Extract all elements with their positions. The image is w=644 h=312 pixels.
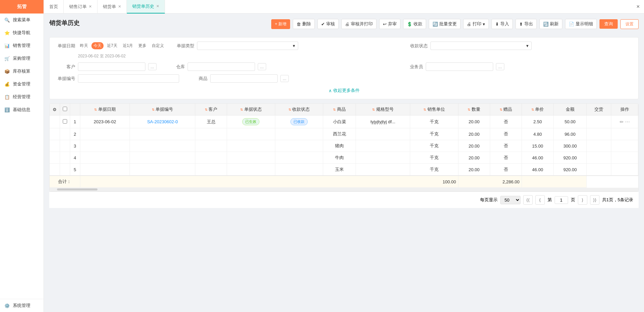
date-btn-custom[interactable]: 自定义 xyxy=(150,42,166,49)
filter-goods-input[interactable] xyxy=(210,74,278,83)
sidebar-item-operations[interactable]: 📋 经营管理 xyxy=(0,90,44,103)
col-qty[interactable]: ⇅ 数量 xyxy=(458,104,490,115)
cell-gift: 否 xyxy=(490,115,522,128)
cell-gift: 否 xyxy=(490,164,522,176)
batch-change-button[interactable]: 🔄 批量变更 xyxy=(429,19,460,29)
filter-warehouse-input[interactable] xyxy=(188,62,255,71)
settings-button[interactable]: 设置 xyxy=(620,19,639,29)
search-icon: 🔍 xyxy=(4,17,10,23)
date-btn-1month[interactable]: 近1月 xyxy=(121,42,135,49)
sidebar-item-sales-mgmt[interactable]: 📊 销售管理 xyxy=(0,39,44,52)
col-payment-status[interactable]: ⇅ 收款状态 xyxy=(275,104,323,115)
tab-close-all[interactable]: ✕ xyxy=(632,4,644,9)
filter-payment-status-select[interactable]: ▾ xyxy=(430,42,532,50)
import-icon: ⬇ xyxy=(495,22,499,27)
import-button[interactable]: ⬇ 导入 xyxy=(492,19,513,29)
tab-sales-delivery[interactable]: 销货单 ✕ xyxy=(97,0,127,14)
tab-home[interactable]: 首页 xyxy=(44,0,64,14)
batch-change-icon: 🔄 xyxy=(432,22,438,27)
page-size-select[interactable]: 50 100 200 xyxy=(500,196,521,204)
edit-action-btn[interactable]: ✏ xyxy=(620,119,624,125)
review-button[interactable]: ✔ 审核 xyxy=(317,19,339,29)
col-doc-no[interactable]: ⇅ 单据编号 xyxy=(130,104,195,115)
cell-doc-no xyxy=(130,128,195,140)
refresh-icon: 🔃 xyxy=(543,22,549,27)
tab-sales-order-close[interactable]: ✕ xyxy=(89,4,92,9)
date-btn-more[interactable]: 更多 xyxy=(136,42,148,49)
manage-icon: 📋 xyxy=(4,94,10,100)
sidebar-item-purchase-mgmt[interactable]: 🛒 采购管理 xyxy=(0,52,44,65)
filter-customer-input[interactable] xyxy=(78,62,145,71)
refresh-button[interactable]: 🔃 刷新 xyxy=(539,19,562,29)
cell-amount: 96.00 xyxy=(554,128,587,140)
delete-button[interactable]: 🗑 删除 xyxy=(293,19,315,29)
page-number-input[interactable] xyxy=(555,196,568,204)
query-button[interactable]: 查询 xyxy=(599,19,618,29)
date-btn-7days[interactable]: 近7天 xyxy=(105,42,119,49)
row-checkbox[interactable] xyxy=(63,119,67,124)
tab-sales-history-close[interactable]: ✕ xyxy=(156,4,159,8)
filter-salesperson-input[interactable] xyxy=(426,62,493,71)
scrollbar-thumb[interactable] xyxy=(57,188,97,190)
tab-sales-delivery-close[interactable]: ✕ xyxy=(118,4,121,9)
cell-settings xyxy=(50,164,60,176)
cell-doc-status: 已生效 xyxy=(227,115,275,128)
sidebar-item-sys-mgmt[interactable]: ⚙️ 系统管理 xyxy=(0,299,44,312)
export-button[interactable]: ⬆ 导出 xyxy=(515,19,537,29)
filter-doc-type-item: 单据类型 ▾ xyxy=(174,42,399,50)
abandon-button[interactable]: ↩ 弃审 xyxy=(379,19,400,29)
sidebar-item-inventory[interactable]: 📦 库存核算 xyxy=(0,65,44,78)
col-unit[interactable]: ⇅ 销售单位 xyxy=(410,104,458,115)
sidebar-item-quick-nav[interactable]: ⭐ 快捷导航 xyxy=(0,26,44,39)
filter-date-label: 单据日期 xyxy=(55,43,75,49)
col-transaction: 交货 xyxy=(587,104,611,115)
cell-goods: 牛肉 xyxy=(323,152,356,164)
filter-docno-input[interactable] xyxy=(78,74,179,83)
next-page-button[interactable]: ⟩ xyxy=(578,195,587,205)
col-goods[interactable]: ⇅ 商品 xyxy=(323,104,356,115)
print-button[interactable]: 🖨 打印 ▾ xyxy=(463,19,489,29)
col-unit-price[interactable]: ⇅ 单价 xyxy=(522,104,554,115)
last-page-button[interactable]: ⟩⟩ xyxy=(590,195,599,205)
page-content: 销货单历史 + 新增 🗑 删除 ✔ 审核 🖨 审核并打印 ↩ 弃审 xyxy=(44,14,644,312)
sidebar-item-search-menu[interactable]: 🔍 搜索菜单 xyxy=(0,14,44,26)
review-print-button[interactable]: 🖨 审核并打印 xyxy=(341,19,376,29)
filter-doc-type-select[interactable]: ▾ xyxy=(197,42,298,50)
new-button[interactable]: + 新增 xyxy=(271,19,290,29)
cell-customer xyxy=(195,164,227,176)
date-btn-today[interactable]: 今天 xyxy=(91,42,104,49)
tab-sales-order[interactable]: 销售订单 ✕ xyxy=(64,0,97,14)
filter-area: 单据日期 昨天 今天 近7天 近1月 更多 自定义 单据类型 ▾ xyxy=(49,37,639,99)
cell-checkbox xyxy=(60,128,70,140)
footer-amount: 2,286.00 xyxy=(458,176,522,188)
warehouse-ellipsis-button[interactable]: ... xyxy=(258,63,266,70)
sidebar-item-label: 库存核算 xyxy=(13,68,30,74)
goods-ellipsis-button[interactable]: ... xyxy=(280,75,289,82)
col-doc-date[interactable]: ⇅ 单据日期 xyxy=(80,104,130,115)
cell-doc-no[interactable]: SA-20230602-0 xyxy=(130,115,195,128)
select-all-checkbox[interactable] xyxy=(63,107,67,111)
col-spec[interactable]: ⇅ 规格型号 xyxy=(356,104,410,115)
col-gift[interactable]: ⇅ 赠品 xyxy=(490,104,522,115)
collect-icon: 💲 xyxy=(407,22,412,27)
cell-qty: 20.00 xyxy=(458,164,490,176)
salesperson-ellipsis-button[interactable]: ... xyxy=(496,63,504,70)
sidebar-item-finance[interactable]: 💰 资金管理 xyxy=(0,78,44,90)
collapse-button[interactable]: ∧ 收起更多条件 xyxy=(55,86,633,95)
tab-sales-history[interactable]: 销货单历史 ✕ xyxy=(127,0,165,14)
customer-ellipsis-button[interactable]: ... xyxy=(148,63,157,70)
prev-page-button[interactable]: ⟨ xyxy=(535,195,545,205)
col-doc-status[interactable]: ⇅ 单据状态 xyxy=(227,104,275,115)
first-page-button[interactable]: ⟨⟨ xyxy=(523,195,533,205)
sidebar-item-base-info[interactable]: ℹ️ 基础信息 xyxy=(0,103,44,116)
more-action-btn[interactable]: ⋯ xyxy=(625,119,630,125)
horizontal-scrollbar[interactable] xyxy=(50,188,638,191)
table-row: 5 玉米 千克 20.00 否 46.00 920.00 xyxy=(50,164,638,176)
col-settings[interactable]: ⚙ xyxy=(50,104,60,115)
col-seq xyxy=(70,104,80,115)
collect-button[interactable]: 💲 收款 xyxy=(403,19,426,29)
cell-transaction xyxy=(587,152,611,164)
date-btn-yesterday[interactable]: 昨天 xyxy=(78,42,90,49)
col-customer[interactable]: ⇅ 客户 xyxy=(195,104,227,115)
show-details-button[interactable]: 📄 显示明细 xyxy=(565,19,597,29)
